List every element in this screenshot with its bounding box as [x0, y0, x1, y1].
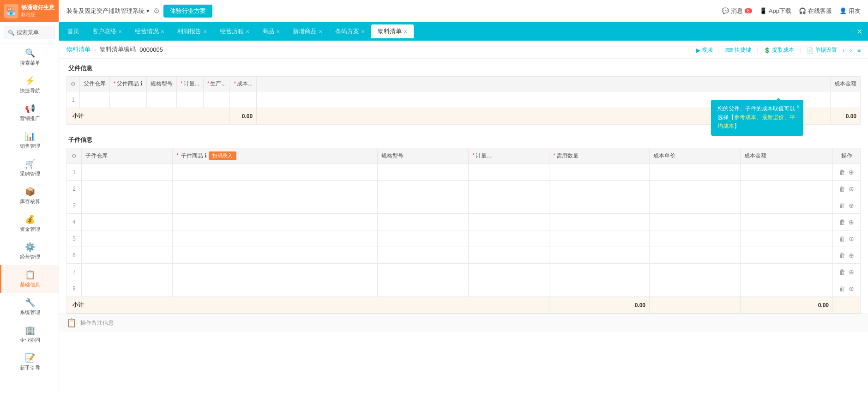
child-row-2-qty[interactable] — [549, 181, 649, 197]
child-row-8-unit[interactable] — [469, 280, 549, 297]
child-row-4-spec[interactable] — [378, 214, 469, 230]
tab-close-history[interactable]: ✕ — [246, 29, 249, 34]
child-row-4-goods[interactable] — [172, 214, 377, 230]
nav-next-button[interactable]: › — [850, 47, 852, 54]
tab-bom[interactable]: 物料清单✕ — [371, 24, 414, 38]
scan-input-button[interactable]: 扫码录入 — [209, 151, 236, 160]
child-row-3-qty[interactable] — [549, 197, 649, 214]
sidebar-item-purchase[interactable]: 🛒采购管理 — [0, 154, 59, 182]
tab-close-goods[interactable]: ✕ — [276, 29, 280, 34]
parent-row-1-cost[interactable] — [230, 91, 257, 108]
copy-icon-5[interactable]: ⊕ — [849, 235, 854, 242]
copy-icon-1[interactable]: ⊕ — [849, 169, 854, 176]
child-row-5-unit[interactable] — [469, 230, 549, 247]
parent-row-1-production[interactable] — [203, 91, 230, 108]
child-row-1-warehouse[interactable] — [82, 164, 173, 181]
trial-button[interactable]: 体验行业方案 — [163, 5, 212, 18]
parent-row-1-goods[interactable] — [110, 91, 147, 108]
message-button[interactable]: 💬 消息 6 — [722, 7, 752, 15]
child-row-8-goods[interactable] — [172, 280, 377, 297]
child-row-7-spec[interactable] — [378, 264, 469, 280]
tab-close-bom[interactable]: ✕ — [404, 29, 407, 34]
sidebar-item-quick-nav[interactable]: ⚡快捷导航 — [0, 71, 59, 99]
child-row-5-goods[interactable] — [172, 230, 377, 247]
child-row-1-unit-cost[interactable] — [650, 164, 741, 181]
delete-icon-4[interactable]: 🗑 — [839, 218, 845, 226]
child-row-5-spec[interactable] — [378, 230, 469, 247]
child-row-3-unit-cost[interactable] — [650, 197, 741, 214]
parent-row-1-warehouse[interactable] — [80, 91, 110, 108]
child-row-5-warehouse[interactable] — [82, 230, 173, 247]
shortcuts-button[interactable]: ⌨ 快捷键 — [725, 46, 751, 54]
child-row-3-spec[interactable] — [378, 197, 469, 214]
child-row-4-qty[interactable] — [549, 214, 649, 230]
sidebar-item-sales[interactable]: 📊销售管理 — [0, 127, 59, 154]
close-all-tabs-button[interactable]: ✕ — [853, 27, 866, 36]
sidebar-item-system[interactable]: 🔧系统管理 — [0, 293, 59, 320]
tab-operations[interactable]: 经营情况✕ — [128, 24, 171, 38]
parent-row-1-unit[interactable] — [177, 91, 204, 108]
tab-history[interactable]: 经营历程✕ — [213, 24, 256, 38]
breadcrumb-parent[interactable]: 物料清单 — [66, 45, 90, 54]
delete-icon-5[interactable]: 🗑 — [839, 235, 845, 242]
tab-close-profit[interactable]: ✕ — [203, 29, 207, 34]
child-row-4-unit[interactable] — [469, 214, 549, 230]
child-row-2-spec[interactable] — [378, 181, 469, 197]
system-title[interactable]: 装备及固定资产辅助管理系统 ▾ — [66, 7, 150, 15]
get-cost-button[interactable]: 💲 提取成本 — [764, 46, 794, 54]
tab-home[interactable]: 首页 — [61, 24, 86, 38]
tab-close-barcode[interactable]: ✕ — [361, 29, 365, 34]
child-row-1-unit[interactable] — [469, 164, 549, 181]
online-service-button[interactable]: 🎧 在线客服 — [799, 7, 832, 15]
child-row-4-warehouse[interactable] — [82, 214, 173, 230]
delete-icon-6[interactable]: 🗑 — [839, 252, 845, 259]
child-row-2-warehouse[interactable] — [82, 181, 173, 197]
child-row-7-goods[interactable] — [172, 264, 377, 280]
child-row-6-qty[interactable] — [549, 247, 649, 264]
copy-icon-8[interactable]: ⊕ — [849, 285, 854, 292]
copy-icon-7[interactable]: ⊕ — [849, 268, 854, 276]
delete-icon-2[interactable]: 🗑 — [839, 185, 845, 193]
nav-prev-button[interactable]: ‹ — [843, 47, 844, 54]
child-row-5-unit-cost[interactable] — [650, 230, 741, 247]
delete-icon-8[interactable]: 🗑 — [839, 285, 845, 292]
child-row-1-qty[interactable] — [549, 164, 649, 181]
tab-customer[interactable]: 客户联络✕ — [86, 24, 128, 38]
sidebar-item-finance[interactable]: 💰资金管理 — [0, 210, 59, 237]
child-row-6-unit-cost[interactable] — [650, 247, 741, 264]
delete-icon-1[interactable]: 🗑 — [839, 169, 845, 176]
copy-icon-4[interactable]: ⊕ — [849, 218, 854, 226]
child-row-8-unit-cost[interactable] — [650, 280, 741, 297]
child-row-4-unit-cost[interactable] — [650, 214, 741, 230]
copy-icon-2[interactable]: ⊕ — [849, 185, 854, 193]
search-menu-button[interactable]: 🔍 搜索菜单 — [4, 26, 55, 39]
parent-row-1-spec[interactable] — [147, 91, 177, 108]
view-toggle-button[interactable]: ≡ — [857, 47, 861, 54]
child-row-1-goods[interactable] — [172, 164, 377, 181]
child-row-8-warehouse[interactable] — [82, 280, 173, 297]
child-row-2-goods[interactable] — [172, 181, 377, 197]
child-row-8-spec[interactable] — [378, 280, 469, 297]
child-row-1-spec[interactable] — [378, 164, 469, 181]
parent-col-settings[interactable]: ⚙ — [67, 77, 80, 91]
single-settings-button[interactable]: 📄 单据设置 — [807, 46, 837, 54]
copy-icon-6[interactable]: ⊕ — [849, 252, 854, 259]
child-row-2-unit[interactable] — [469, 181, 549, 197]
sidebar-item-marketing[interactable]: 📢营销推广 — [0, 99, 59, 127]
child-row-3-goods[interactable] — [172, 197, 377, 214]
sidebar-item-inventory[interactable]: 📦库存核算 — [0, 182, 59, 210]
tab-barcode[interactable]: 条码方案✕ — [329, 24, 371, 38]
delete-icon-7[interactable]: 🗑 — [839, 268, 845, 276]
child-row-7-unit-cost[interactable] — [650, 264, 741, 280]
app-download-button[interactable]: 📱 App下载 — [760, 7, 791, 15]
child-row-6-goods[interactable] — [172, 247, 377, 264]
child-row-6-unit[interactable] — [469, 247, 549, 264]
child-row-7-warehouse[interactable] — [82, 264, 173, 280]
settings-icon[interactable]: ⚙ — [153, 6, 160, 15]
child-row-3-warehouse[interactable] — [82, 197, 173, 214]
child-row-8-qty[interactable] — [549, 280, 649, 297]
user-menu-button[interactable]: 👤 用友 — [839, 7, 861, 15]
copy-icon-3[interactable]: ⊕ — [849, 202, 854, 209]
child-row-5-qty[interactable] — [549, 230, 649, 247]
delete-icon-3[interactable]: 🗑 — [839, 202, 845, 209]
